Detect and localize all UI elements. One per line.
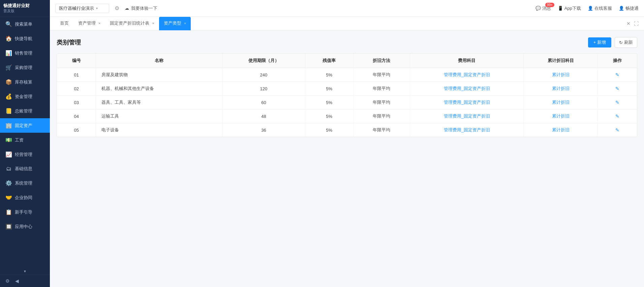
cell-usage-period: 120 — [222, 82, 305, 96]
subject-link[interactable]: 管理费用_固定资产折旧 — [444, 127, 490, 132]
sidebar-item-salary[interactable]: 💵 工资 — [0, 133, 50, 147]
tab-asset-mgmt-label: 资产管理 — [78, 20, 96, 26]
subject-link[interactable]: 累计折旧 — [552, 114, 570, 119]
subject-link[interactable]: 累计折旧 — [552, 86, 570, 91]
table-row: 01房屋及建筑物2405%年限平均管理费用_固定资产折旧累计折旧✎ — [57, 68, 637, 82]
demo-selector[interactable]: 医疗器械行业演示 ▾ — [55, 4, 109, 13]
edit-icon[interactable]: ✎ — [615, 86, 619, 91]
online-service-button[interactable]: 👤 在线客服 — [588, 5, 612, 11]
new-button[interactable]: + 新增 — [588, 37, 611, 47]
gear-icon[interactable]: ⚙ — [113, 4, 121, 13]
col-residual-rate: 残值率 — [305, 54, 353, 68]
edit-icon[interactable]: ✎ — [615, 127, 619, 133]
sidebar-item-label: 系统管理 — [15, 180, 32, 186]
sidebar-scroll: 🔍 搜索菜单 🏠 快捷导航 📊 销售管理 🛒 采购管理 📦 库存核算 💰 资金管… — [0, 17, 50, 268]
sidebar-bottom: ⚙ ◀ — [0, 275, 50, 287]
sidebar-item-search[interactable]: 🔍 搜索菜单 — [0, 17, 50, 31]
sidebar-item-purchase[interactable]: 🛒 采购管理 — [0, 60, 50, 75]
cell-code: 02 — [57, 82, 96, 96]
table-row: 02机器、机械和其他生产设备1205%年限平均管理费用_固定资产折旧累计折旧✎ — [57, 82, 637, 96]
subject-link[interactable]: 累计折旧 — [552, 100, 570, 105]
cell-usage-period: 48 — [222, 109, 305, 123]
maximize-window-icon[interactable]: ⛶ — [634, 21, 639, 26]
subject-link[interactable]: 管理费用_固定资产折旧 — [444, 114, 490, 119]
tab-home[interactable]: 首页 — [55, 17, 73, 30]
tab-asset-mgmt[interactable]: 资产管理 × — [73, 17, 105, 30]
phone-icon: 📱 — [558, 6, 563, 11]
close-window-icon[interactable]: ✕ — [626, 21, 631, 26]
cell-usage-period: 240 — [222, 68, 305, 82]
cell-residual-rate: 5% — [305, 68, 353, 82]
edit-icon[interactable]: ✎ — [615, 100, 619, 105]
subject-link[interactable]: 累计折旧 — [552, 127, 570, 132]
tab-asset-type-label: 资产类型 — [164, 20, 181, 26]
demo-selector-text: 医疗器械行业演示 — [59, 5, 94, 11]
capital-icon: 💰 — [5, 93, 12, 100]
message-button[interactable]: 💬 消息 99+ — [535, 5, 551, 11]
sidebar-item-label: 资金管理 — [15, 94, 32, 100]
subject-link[interactable]: 累计折旧 — [552, 72, 570, 77]
settings-icon[interactable]: ⚙ — [5, 278, 10, 284]
sidebar-item-label: 销售管理 — [15, 50, 32, 56]
refresh-button[interactable]: ↻ 刷新 — [615, 37, 637, 48]
main-area: 医疗器械行业演示 ▾ ⚙ ☁ 我要体验一下 💬 消息 99+ 📱 App下载 👤… — [50, 0, 644, 287]
col-expense-subject: 费用科目 — [410, 54, 524, 68]
fixed-assets-icon: 🏢 — [5, 122, 12, 129]
enterprise-icon: 🤝 — [5, 194, 12, 201]
sidebar-item-quick-nav[interactable]: 🏠 快捷导航 — [0, 31, 50, 46]
tab-home-label: 首页 — [60, 20, 69, 26]
content-area: 类别管理 + 新增 ↻ 刷新 编号 名称 使用期限（月） 残值率 折旧方法 — [50, 30, 644, 287]
subject-link[interactable]: 管理费用_固定资产折旧 — [444, 86, 490, 91]
try-button[interactable]: ☁ 我要体验一下 — [125, 5, 157, 11]
sidebar-item-label: 企业协同 — [15, 195, 32, 201]
sidebar-item-label: 采购管理 — [15, 65, 32, 71]
sidebar-scroll-down[interactable]: ▼ — [0, 268, 50, 275]
table-header-row: 编号 名称 使用期限（月） 残值率 折旧方法 费用科目 累计折旧科目 操作 — [57, 54, 637, 68]
sidebar-item-enterprise[interactable]: 🤝 企业协同 — [0, 190, 50, 205]
subject-link[interactable]: 管理费用_固定资产折旧 — [444, 72, 490, 77]
tab-asset-mgmt-close[interactable]: × — [98, 21, 100, 25]
edit-icon[interactable]: ✎ — [615, 72, 619, 77]
tab-fixed-depreciation-close[interactable]: × — [152, 21, 154, 25]
sidebar-item-inventory[interactable]: 📦 库存核算 — [0, 75, 50, 89]
sidebar-item-operations[interactable]: 📈 经营管理 — [0, 147, 50, 162]
sidebar-item-base-info[interactable]: 🗂 基础信息 — [0, 162, 50, 176]
col-operations: 操作 — [598, 54, 637, 68]
cell-expense-subject: 管理费用_固定资产折旧 — [410, 109, 524, 123]
sidebar-item-ledger[interactable]: 📒 总账管理 — [0, 104, 50, 118]
cell-expense-subject: 管理费用_固定资产折旧 — [410, 96, 524, 109]
window-controls: ✕ ⛶ — [626, 21, 639, 26]
cell-expense-subject: 管理费用_固定资产折旧 — [410, 68, 524, 82]
tab-asset-type-close[interactable]: × — [184, 21, 186, 25]
message-badge: 99+ — [545, 3, 554, 7]
subject-link[interactable]: 管理费用_固定资产折旧 — [444, 100, 490, 105]
sidebar-item-sales[interactable]: 📊 销售管理 — [0, 46, 50, 60]
message-icon: 💬 — [535, 6, 541, 11]
sidebar-item-sys-mgmt[interactable]: ⚙️ 系统管理 — [0, 176, 50, 190]
collapse-icon[interactable]: ◀ — [15, 278, 19, 284]
tab-fixed-depreciation[interactable]: 固定资产折旧统计表 × — [105, 17, 159, 30]
cell-usage-period: 60 — [222, 96, 305, 109]
app-download-button[interactable]: 📱 App下载 — [558, 5, 581, 11]
cell-expense-subject: 管理费用_固定资产折旧 — [410, 123, 524, 137]
cell-expense-subject: 管理费用_固定资产折旧 — [410, 82, 524, 96]
sidebar-item-label: 经营管理 — [15, 152, 32, 158]
cell-name: 电子设备 — [96, 123, 222, 137]
sidebar-item-app-center[interactable]: 🔲 应用中心 — [0, 219, 50, 234]
category-table: 编号 名称 使用期限（月） 残值率 折旧方法 费用科目 累计折旧科目 操作 01… — [57, 53, 637, 137]
sidebar-item-capital[interactable]: 💰 资金管理 — [0, 89, 50, 104]
cell-code: 03 — [57, 96, 96, 109]
refresh-label: 刷新 — [624, 39, 633, 45]
cell-name: 器具、工具、家具等 — [96, 96, 222, 109]
online-service-label: 在线客服 — [594, 5, 612, 11]
edit-icon[interactable]: ✎ — [615, 114, 619, 119]
sidebar-item-fixed-assets[interactable]: 🏢 固定资产 — [0, 118, 50, 133]
user-button[interactable]: 👤 畅捷通 — [619, 5, 639, 11]
cell-code: 01 — [57, 68, 96, 82]
tab-asset-type[interactable]: 资产类型 × — [159, 17, 191, 30]
sidebar-item-guide[interactable]: 📋 新手引导 — [0, 205, 50, 219]
cell-accumulated-subject: 累计折旧 — [524, 82, 598, 96]
col-depreciation-method: 折旧方法 — [353, 54, 410, 68]
header-right: 💬 消息 99+ 📱 App下载 👤 在线客服 👤 畅捷通 — [535, 5, 639, 11]
sidebar-item-label: 基础信息 — [15, 166, 32, 172]
